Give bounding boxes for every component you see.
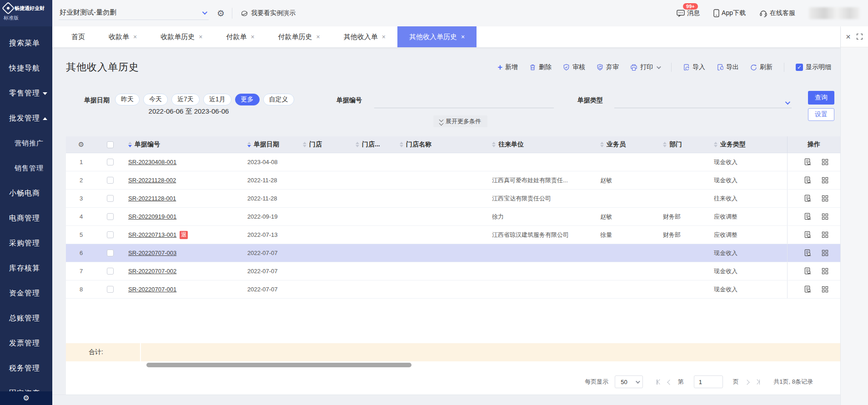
doc-no-link[interactable]: SR-20220707-003: [128, 250, 176, 256]
tab-close-icon[interactable]: ×: [251, 33, 254, 40]
sidebar-settings-bar[interactable]: ⚙: [0, 391, 52, 405]
date-pill-更多[interactable]: 更多: [235, 94, 260, 105]
messages-button[interactable]: 99+ 消息: [677, 9, 700, 17]
sidebar-item-14[interactable]: 税务管理: [0, 356, 52, 381]
sort-icon[interactable]: [247, 142, 251, 147]
sort-icon[interactable]: [128, 142, 132, 147]
tab-5[interactable]: 付款单历史×: [266, 26, 332, 47]
column-header-7[interactable]: 业务员: [596, 136, 658, 153]
doc-search-icon[interactable]: [804, 195, 812, 202]
date-pill-近1月[interactable]: 近1月: [203, 94, 231, 105]
first-page-button[interactable]: [657, 380, 662, 385]
tab-close-icon[interactable]: ×: [133, 33, 137, 40]
expand-more-button[interactable]: 展开更多条件: [433, 115, 487, 127]
table-row-7[interactable]: 7SR-20220707-0022022-07-07现金收入: [66, 262, 840, 280]
date-pill-昨天[interactable]: 昨天: [115, 94, 140, 105]
row-checkbox[interactable]: [107, 213, 114, 220]
tab-close-icon[interactable]: ×: [461, 33, 465, 40]
tab-2[interactable]: 收款单×: [97, 26, 149, 47]
table-row-1[interactable]: 1SR-20230408-0012023-04-08现金收入: [66, 153, 840, 171]
doc-no-link[interactable]: SR-20220919-001: [128, 213, 176, 220]
doc-no-link[interactable]: SR-20221128-001: [128, 195, 176, 202]
sort-icon[interactable]: [400, 142, 403, 147]
column-header-9[interactable]: 业务类型: [709, 136, 771, 153]
grid-icon[interactable]: [822, 159, 828, 165]
doc-search-icon[interactable]: [804, 285, 812, 293]
row-checkbox[interactable]: [107, 177, 114, 184]
sidebar-item-3[interactable]: 零售管理: [0, 81, 52, 106]
sidebar-item-8[interactable]: 电商管理: [0, 206, 52, 231]
table-row-6[interactable]: 6SR-20220707-0032022-07-07现金收入: [66, 244, 840, 262]
date-pill-今天[interactable]: 今天: [143, 94, 168, 105]
toolbar-button-刷新[interactable]: 刷新: [750, 63, 773, 71]
row-checkbox[interactable]: [107, 231, 114, 238]
doc-search-icon[interactable]: [804, 158, 812, 166]
per-page-select[interactable]: 50: [615, 375, 643, 388]
doc-search-icon[interactable]: [804, 249, 812, 257]
toolbar-button-新增[interactable]: +新增: [497, 63, 518, 71]
table-row-2[interactable]: 2SR-20221128-0022022-11-28江西真可爱布娃娃有限责任..…: [66, 171, 840, 190]
online-service-button[interactable]: 在线客服: [759, 9, 795, 17]
last-page-button[interactable]: [755, 380, 760, 385]
sort-icon[interactable]: [356, 142, 359, 147]
toolbar-button-导入[interactable]: 导入: [683, 63, 705, 71]
search-button[interactable]: 查询: [808, 91, 834, 105]
doc-search-icon[interactable]: [804, 213, 812, 220]
date-pill-近7天[interactable]: 近7天: [171, 94, 200, 105]
table-row-8[interactable]: 8SR-20220707-0012022-07-07现金收入: [66, 280, 840, 299]
toolbar-button-删除[interactable]: 删除: [529, 63, 552, 71]
doc-search-icon[interactable]: [804, 267, 812, 275]
column-header-6[interactable]: 往来单位: [487, 136, 596, 153]
date-range-value[interactable]: 2022-06-06 至 2023-06-06: [120, 107, 257, 116]
demo-link[interactable]: 我要看实例演示: [241, 9, 296, 17]
grid-icon[interactable]: [822, 250, 828, 256]
select-all-checkbox[interactable]: [107, 141, 114, 148]
row-checkbox[interactable]: [107, 159, 114, 165]
row-checkbox[interactable]: [107, 286, 114, 293]
sidebar-item-10[interactable]: 库存核算: [0, 256, 52, 281]
doc-no-link[interactable]: SR-20220707-002: [128, 268, 176, 275]
tab-1[interactable]: 首页: [60, 26, 97, 47]
doc-no-link[interactable]: SR-20230408-001: [128, 159, 176, 165]
grid-icon[interactable]: [822, 213, 828, 220]
next-page-button[interactable]: [745, 379, 749, 385]
sidebar-item-12[interactable]: 总账管理: [0, 306, 52, 331]
tab-7[interactable]: 其他收入单历史×: [397, 26, 477, 47]
sidebar-item-6[interactable]: 销售管理: [0, 156, 52, 181]
column-header-3[interactable]: 门店: [298, 136, 351, 153]
column-header-2[interactable]: 单据日期: [243, 136, 298, 153]
doc-search-icon[interactable]: [804, 176, 812, 184]
settings-button[interactable]: 设置: [808, 108, 834, 121]
show-detail-toggle[interactable]: ✓显示明细: [796, 63, 831, 71]
fullscreen-icon[interactable]: [856, 33, 863, 40]
doc-search-icon[interactable]: [804, 231, 812, 239]
toolbar-button-弃审[interactable]: 弃审: [597, 63, 619, 71]
grid-icon[interactable]: [822, 231, 828, 238]
column-header-5[interactable]: 门店名称: [395, 136, 487, 153]
page-number-input[interactable]: [694, 375, 723, 388]
column-header-8[interactable]: 部门: [658, 136, 709, 153]
sidebar-item-1[interactable]: 搜索菜单: [0, 31, 52, 56]
org-selector[interactable]: 好业财测试-量勿删: [59, 6, 209, 20]
tab-close-icon[interactable]: ×: [316, 33, 320, 40]
tab-3[interactable]: 收款单历史×: [149, 26, 214, 47]
gear-icon[interactable]: ⚙: [217, 8, 225, 19]
sort-icon[interactable]: [663, 142, 667, 147]
toolbar-button-导出[interactable]: 导出: [717, 63, 739, 71]
grid-icon[interactable]: [822, 195, 828, 202]
close-icon[interactable]: ×: [846, 33, 851, 41]
tab-4[interactable]: 付款单×: [214, 26, 266, 47]
toolbar-button-审核[interactable]: 审核: [563, 63, 585, 71]
grid-icon[interactable]: [822, 286, 828, 293]
app-download-button[interactable]: App下载: [713, 9, 746, 17]
sort-icon[interactable]: [600, 142, 604, 147]
sidebar-item-13[interactable]: 发票管理: [0, 331, 52, 356]
row-checkbox[interactable]: [107, 268, 114, 275]
sort-icon[interactable]: [492, 142, 496, 147]
sidebar-item-2[interactable]: 快捷导航: [0, 56, 52, 81]
prev-page-button[interactable]: [668, 379, 672, 385]
sort-icon[interactable]: [714, 142, 717, 147]
grid-icon[interactable]: [822, 177, 828, 184]
grid-icon[interactable]: [822, 268, 828, 275]
row-checkbox[interactable]: [107, 250, 114, 256]
